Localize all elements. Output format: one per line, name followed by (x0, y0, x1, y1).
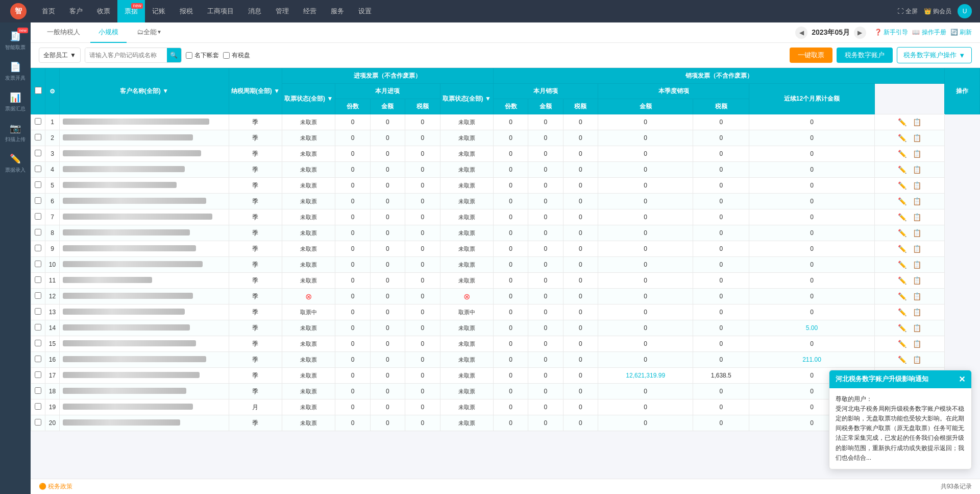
row-checkbox[interactable] (35, 356, 41, 362)
edit-btn[interactable]: ✏️ (896, 244, 909, 254)
guide-btn[interactable]: ❓ 新手引导 (874, 28, 908, 37)
edit-btn[interactable]: ✏️ (896, 117, 909, 127)
copy-btn[interactable]: 📋 (911, 339, 923, 349)
refresh-btn[interactable]: 🔄 刷新 (950, 28, 972, 37)
copy-btn[interactable]: 📋 (911, 323, 923, 333)
manual-btn[interactable]: 📖 操作手册 (912, 28, 946, 37)
th-tax-period[interactable]: 纳税周期(全部) ▼ (229, 68, 282, 114)
row-checkbox[interactable] (35, 387, 41, 394)
notification-close-btn[interactable]: ✕ (959, 374, 965, 384)
sidebar-item-scan-upload[interactable]: 📷 扫描上传 (2, 119, 29, 147)
one-click-invoice-btn[interactable]: 一键取票 (790, 48, 832, 63)
copy-btn[interactable]: 📋 (911, 133, 923, 143)
edit-btn[interactable]: ✏️ (896, 307, 909, 317)
row-out-tax: 0 (563, 336, 598, 352)
copy-btn[interactable]: 📋 (911, 228, 923, 238)
row-period: 季 (229, 146, 282, 162)
tax-disc-check[interactable] (223, 52, 230, 59)
member-btn[interactable]: 👑 购会员 (924, 7, 951, 16)
sidebar-item-intelligent-invoice[interactable]: 🧾 智能取票 new (2, 27, 29, 55)
row-checkbox[interactable] (35, 213, 41, 220)
nav-item-message[interactable]: 消息 (241, 0, 268, 22)
copy-btn[interactable]: 📋 (911, 196, 923, 206)
nav-item-invoice[interactable]: 票据new (117, 0, 145, 22)
row-checkbox[interactable] (35, 134, 41, 140)
copy-btn[interactable]: 📋 (911, 355, 923, 365)
search-button[interactable]: 🔍 (167, 48, 181, 63)
period-next-btn[interactable]: ▶ (854, 27, 866, 39)
tax-policy-link[interactable]: 🟠 税务政策 (39, 482, 72, 491)
th-in-ticket-status[interactable]: 取票状态(全部) ▼ (282, 84, 335, 114)
sidebar-item-invoice-entry[interactable]: ✏️ 票据录入 (2, 149, 29, 178)
period-prev-btn[interactable]: ◀ (795, 27, 807, 39)
copy-btn[interactable]: 📋 (911, 149, 923, 159)
row-checkbox[interactable] (35, 403, 41, 410)
row-checkbox[interactable] (35, 181, 41, 188)
edit-btn[interactable]: ✏️ (896, 133, 909, 143)
tax-digital-ops-btn[interactable]: 税务数字账户操作 ▼ (897, 47, 972, 63)
select-all-checkbox[interactable] (35, 87, 42, 94)
subordinate-accounts-check[interactable] (186, 52, 192, 59)
nav-item-business[interactable]: 工商项目 (200, 0, 241, 22)
th-out-ticket-status[interactable]: 取票状态(全部) ▼ (440, 84, 493, 114)
row-actions: ✏️ 📋 (874, 209, 945, 225)
row-checkbox[interactable] (35, 292, 41, 299)
row-checkbox[interactable] (35, 197, 41, 204)
copy-btn[interactable]: 📋 (911, 164, 923, 175)
sidebar-item-invoice-summary[interactable]: 📊 票据汇总 (2, 88, 29, 116)
edit-btn[interactable]: ✏️ (896, 275, 909, 286)
subordinate-accounts-checkbox[interactable]: 名下帐套 (186, 51, 219, 60)
edit-btn[interactable]: ✏️ (896, 212, 909, 222)
employee-select[interactable]: 全部员工 ▼ (39, 48, 81, 63)
row-checkbox[interactable] (35, 229, 41, 236)
nav-item-customer[interactable]: 客户 (62, 0, 90, 22)
copy-btn[interactable]: 📋 (911, 260, 923, 270)
row-checkbox[interactable] (35, 150, 41, 156)
edit-btn[interactable]: ✏️ (896, 196, 909, 206)
nav-item-tax[interactable]: 报税 (173, 0, 200, 22)
row-checkbox[interactable] (35, 340, 41, 346)
row-checkbox[interactable] (35, 276, 41, 283)
search-input[interactable] (85, 48, 167, 63)
edit-btn[interactable]: ✏️ (896, 323, 909, 333)
fullscreen-btn[interactable]: ⛶ 全屏 (897, 7, 917, 16)
tax-digital-account-btn[interactable]: 税务数字账户 (837, 48, 893, 63)
nav-item-home[interactable]: 首页 (35, 0, 62, 22)
row-checkbox[interactable] (35, 118, 41, 125)
avatar[interactable]: U (958, 4, 972, 18)
row-checkbox[interactable] (35, 261, 41, 267)
nav-item-service[interactable]: 服务 (324, 0, 351, 22)
sub-nav-all[interactable]: 🗂 全能 ▼ (129, 22, 170, 43)
copy-btn[interactable]: 📋 (911, 244, 923, 254)
copy-btn[interactable]: 📋 (911, 291, 923, 301)
sub-nav-small-scale[interactable]: 小规模 (90, 22, 127, 43)
nav-item-manage[interactable]: 管理 (268, 0, 296, 22)
edit-btn[interactable]: ✏️ (896, 339, 909, 349)
copy-btn[interactable]: 📋 (911, 212, 923, 222)
nav-item-receipt[interactable]: 收票 (90, 0, 117, 22)
edit-btn[interactable]: ✏️ (896, 149, 909, 159)
nav-item-operation[interactable]: 经营 (296, 0, 324, 22)
tax-disc-checkbox[interactable]: 有税盘 (223, 51, 250, 60)
row-checkbox[interactable] (35, 166, 41, 172)
edit-btn[interactable]: ✏️ (896, 291, 909, 301)
edit-btn[interactable]: ✏️ (896, 260, 909, 270)
row-checkbox[interactable] (35, 419, 41, 426)
edit-btn[interactable]: ✏️ (896, 355, 909, 365)
copy-btn[interactable]: 📋 (911, 307, 923, 317)
row-checkbox[interactable] (35, 371, 41, 378)
row-checkbox[interactable] (35, 308, 41, 315)
row-checkbox[interactable] (35, 245, 41, 251)
sub-nav-general-taxpayer[interactable]: 一般纳税人 (39, 22, 88, 43)
copy-btn[interactable]: 📋 (911, 275, 923, 286)
sidebar-item-open-invoice[interactable]: 📄 发票开具 (2, 57, 29, 86)
nav-item-settings[interactable]: 设置 (351, 0, 379, 22)
th-customer-name[interactable]: 客户名称(全部) ▼ (60, 68, 229, 114)
nav-item-bookkeeping[interactable]: 记账 (145, 0, 173, 22)
edit-btn[interactable]: ✏️ (896, 180, 909, 191)
row-checkbox[interactable] (35, 324, 41, 331)
copy-btn[interactable]: 📋 (911, 117, 923, 127)
edit-btn[interactable]: ✏️ (896, 164, 909, 175)
copy-btn[interactable]: 📋 (911, 180, 923, 191)
edit-btn[interactable]: ✏️ (896, 228, 909, 238)
